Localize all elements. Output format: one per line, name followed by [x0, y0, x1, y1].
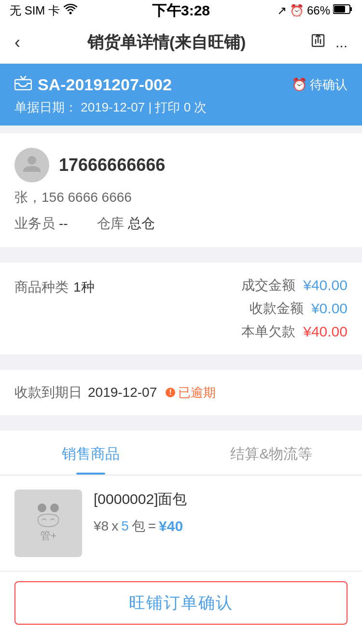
- tabs-container: 销售商品 结算&物流等: [0, 431, 362, 475]
- overdue-text: 已逾期: [178, 384, 216, 401]
- avatar-icon: [21, 153, 42, 178]
- print-info: | 打印 0 次: [148, 100, 207, 114]
- debt-amount: ¥40.00: [303, 323, 348, 340]
- warehouse: 仓库 总仓: [97, 214, 155, 233]
- price-multiply: x: [111, 518, 118, 534]
- product-name: [0000002]面包: [94, 490, 348, 509]
- overdue-exclamation: !: [169, 388, 172, 397]
- customer-top: 17666666666: [14, 148, 348, 182]
- customer-name: 张，156 6666 6666: [14, 188, 348, 207]
- overdue-dot-icon: !: [166, 388, 175, 397]
- summary-right: 成交金额 ¥40.00 收款金额 ¥0.00 本单欠款 ¥40.00: [241, 276, 348, 341]
- brand-plus: 管+: [40, 529, 57, 543]
- tab-sales-products[interactable]: 销售商品: [0, 431, 181, 475]
- tab-sales-label: 销售商品: [62, 446, 120, 462]
- receipt-amount: ¥0.00: [311, 300, 348, 317]
- due-date-value: 2019-12-07: [88, 385, 157, 400]
- owl-eyes: [38, 504, 59, 512]
- customer-phone: 17666666666: [59, 155, 165, 175]
- svg-rect-2: [350, 7, 352, 11]
- product-list: 管+ [0000002]面包 ¥8 x 5 包 = ¥40: [0, 476, 362, 571]
- receipt-row: 收款金额 ¥0.00: [250, 299, 348, 318]
- separator-3: [0, 415, 362, 423]
- transaction-row: 成交金额 ¥40.00: [241, 276, 348, 294]
- svg-point-0: [70, 12, 72, 14]
- debt-row: 本单欠款 ¥40.00: [241, 322, 348, 341]
- bottom-button-container: 旺铺订单确认: [0, 571, 362, 644]
- status-time: 下午3:28: [152, 1, 210, 21]
- battery-icon: [333, 4, 352, 17]
- overdue-badge: ! 已逾期: [166, 384, 216, 401]
- tab-settlement[interactable]: 结算&物流等: [181, 431, 362, 475]
- sales-person: 业务员 --: [14, 214, 68, 233]
- summary-left: 商品种类 1种: [14, 276, 241, 296]
- location-icon: ↗: [277, 4, 287, 17]
- price-per-unit: ¥8: [94, 518, 109, 534]
- due-date-card: 收款到期日 2019-12-07 ! 已逾期: [0, 370, 362, 415]
- no-sim-text: 无 SIM 卡: [10, 3, 60, 18]
- warehouse-label: 仓库: [97, 214, 124, 233]
- price-equals: =: [148, 518, 156, 534]
- svg-rect-3: [334, 6, 345, 13]
- debt-label: 本单欠款: [241, 322, 295, 341]
- wifi-icon: [64, 4, 77, 17]
- page-title: 销货单详情(来自旺铺): [43, 31, 290, 54]
- order-status: ⏰ 待确认: [292, 76, 348, 93]
- order-header-card: SA-20191207-002 ⏰ 待确认 单据日期： 2019-12-07 |…: [0, 64, 362, 126]
- back-button[interactable]: ‹: [14, 32, 43, 53]
- customer-meta: 业务员 -- 仓库 总仓: [14, 214, 348, 233]
- status-right: ↗ ⏰ 66%: [277, 4, 352, 17]
- product-type-value: 1种: [73, 278, 95, 296]
- nav-actions: ...: [290, 33, 348, 52]
- confirm-order-button[interactable]: 旺铺订单确认: [14, 581, 348, 625]
- owl-eye-left: [38, 504, 46, 512]
- separator-2: [0, 354, 362, 362]
- brand-logo: 管+: [36, 504, 60, 543]
- receipt-label: 收款金额: [250, 299, 304, 318]
- warehouse-value: 总仓: [128, 214, 155, 233]
- product-thumb-img: 管+: [14, 490, 82, 557]
- product-type-label: 商品种类: [14, 278, 69, 296]
- order-date-row: 单据日期： 2019-12-07 | 打印 0 次: [14, 99, 348, 116]
- more-icon[interactable]: ...: [335, 34, 348, 51]
- status-left: 无 SIM 卡: [10, 3, 77, 18]
- transaction-amount: ¥40.00: [303, 277, 348, 294]
- svg-point-6: [28, 156, 36, 165]
- order-number-text: SA-20191207-002: [38, 75, 172, 94]
- product-info: [0000002]面包 ¥8 x 5 包 = ¥40: [94, 490, 348, 535]
- nav-bar: ‹ 销货单详情(来自旺铺) ...: [0, 21, 362, 64]
- tab-settlement-label: 结算&物流等: [230, 446, 312, 462]
- product-price-row: ¥8 x 5 包 = ¥40: [94, 517, 348, 535]
- sales-label: 业务员: [14, 214, 55, 233]
- share-icon[interactable]: [310, 33, 326, 52]
- separator-1: [0, 247, 362, 255]
- owl-eye-right: [50, 504, 59, 512]
- date-value: 2019-12-07: [81, 100, 145, 114]
- price-quantity: 5: [121, 518, 129, 534]
- alarm-icon: ⏰: [290, 4, 304, 17]
- status-clock-icon: ⏰: [292, 77, 307, 92]
- product-thumbnail: 管+: [14, 490, 82, 557]
- price-total: ¥40: [159, 518, 183, 534]
- summary-card: 商品种类 1种 成交金额 ¥40.00 收款金额 ¥0.00 本单欠款 ¥40.…: [0, 263, 362, 354]
- customer-card: 17666666666 张，156 6666 6666 业务员 -- 仓库 总仓: [0, 133, 362, 247]
- date-label: 单据日期：: [14, 100, 77, 114]
- order-number-section: SA-20191207-002: [14, 75, 172, 94]
- order-header-top: SA-20191207-002 ⏰ 待确认: [14, 75, 348, 94]
- due-date-label: 收款到期日: [14, 383, 82, 402]
- product-item: 管+ [0000002]面包 ¥8 x 5 包 = ¥40: [0, 476, 362, 571]
- customer-avatar: [14, 148, 49, 182]
- svg-rect-5: [15, 80, 31, 90]
- status-bar: 无 SIM 卡 下午3:28 ↗ ⏰ 66%: [0, 0, 362, 21]
- status-text: 待确认: [310, 76, 348, 93]
- battery-text: 66%: [307, 4, 330, 17]
- price-unit: 包: [132, 517, 145, 535]
- transaction-label: 成交金额: [241, 276, 295, 294]
- sales-value: --: [59, 216, 68, 231]
- order-inbox-icon: [14, 75, 32, 94]
